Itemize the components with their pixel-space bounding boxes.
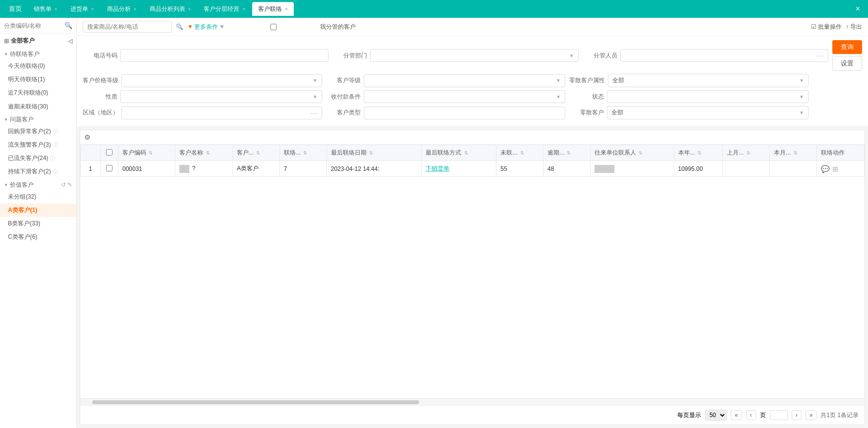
filter-retail-customer-select[interactable]: 全部 ▼ — [607, 106, 809, 119]
content-area: 🔍 ▼ 更多条件 ▼ 我分管的客户 ☑ 批量操作 ↑ 导出 — [77, 18, 868, 428]
col-this-month[interactable]: 本月... ⇅ — [770, 145, 817, 161]
action-message-icon[interactable]: 💬 — [821, 165, 829, 173]
horizontal-scrollbar-area — [80, 398, 865, 405]
settings-btn[interactable]: 设置 — [832, 56, 862, 71]
sidebar-group-actions[interactable]: ↺ ✎ — [61, 181, 72, 188]
prev-page-btn[interactable]: ‹ — [746, 410, 756, 420]
my-customer-checkbox-label[interactable]: 我分管的客户 — [229, 23, 356, 31]
more-filter-btn[interactable]: ▼ 更多条件 ▼ — [187, 23, 225, 31]
collapse-sidebar-icon[interactable]: ◁ — [68, 38, 72, 45]
sidebar-item-unclassified[interactable]: 未分组(32) — [0, 190, 76, 204]
col-no-contact[interactable]: 未联... ⇅ — [496, 145, 543, 161]
table-settings-icon[interactable]: ⚙ — [84, 133, 91, 141]
status-arrow: ▼ — [799, 94, 804, 100]
close-tab-analysis-list[interactable]: × — [188, 6, 191, 12]
filter-retail-attr-select[interactable]: 全部 ▼ — [608, 74, 809, 87]
nav-tab-purchase[interactable]: 进货单 × — [64, 2, 100, 16]
col-last-month[interactable]: 上月... ⇅ — [723, 145, 770, 161]
filter-row-2: 客户价格等级 ▼ 客户等级 ▼ 零散客户属性 全部 — [83, 74, 862, 87]
sidebar-item-7day-contact[interactable]: 近7天待联络(0) — [0, 86, 76, 100]
sidebar-all-customers[interactable]: ⊞ 全部客户 ◁ — [0, 34, 76, 48]
nav-home[interactable]: 首页 — [4, 2, 27, 15]
nav-tab-analysis[interactable]: 商品分析 × — [101, 2, 143, 16]
bulk-op-btn[interactable]: ☑ 批量操作 — [811, 23, 842, 31]
sort-icon-type: ⇅ — [256, 151, 260, 156]
filter-manager-select[interactable]: ··· — [620, 49, 828, 62]
col-overdue[interactable]: 逾期... ⇅ — [543, 145, 591, 161]
action-qr-icon[interactable]: ⊞ — [832, 165, 838, 173]
query-btn[interactable]: 查询 — [832, 40, 862, 54]
col-type[interactable]: 客户... ⇅ — [232, 145, 279, 161]
table-row: 1 000031 ? A类客户 7 2023-04-12 14:44 — [81, 161, 865, 177]
col-code[interactable]: 客户编码 ⇅ — [118, 145, 175, 161]
export-btn[interactable]: ↑ 导出 — [846, 23, 862, 31]
filter-dept-select[interactable]: ▼ — [370, 49, 578, 62]
row-last-method: 下销货单 — [422, 161, 496, 177]
filter-region: 区域（地区） ··· — [83, 107, 322, 119]
sort-icon-unit-contact: ⇅ — [639, 151, 643, 156]
col-contacts[interactable]: 联络... ⇅ — [279, 145, 326, 161]
row-last-method-link[interactable]: 下销货单 — [426, 165, 449, 172]
sort-icon-code: ⇅ — [149, 151, 153, 156]
close-all-tabs[interactable]: × — [852, 4, 864, 13]
filter-payment-select[interactable]: ▼ — [364, 90, 565, 103]
close-tab-customer-contact[interactable]: × — [285, 6, 288, 12]
row-checkbox[interactable] — [106, 165, 112, 171]
filter-nature-select[interactable]: ▼ — [120, 90, 322, 103]
query-btn-area: 查询 设置 — [832, 40, 862, 71]
my-customer-checkbox[interactable] — [229, 24, 318, 30]
customer-grade-arrow: ▼ — [556, 78, 561, 83]
filter-status-select[interactable]: ▼ — [607, 90, 809, 103]
sidebar-item-class-c[interactable]: C类客户(6) — [0, 230, 76, 244]
sidebar-item-overdue-contact[interactable]: 逾期未联络(30) — [0, 100, 76, 113]
filter-status-label: 状态 — [569, 93, 604, 101]
table-scroll[interactable]: 客户编码 ⇅ 客户名称 ⇅ 客户... ⇅ — [80, 145, 865, 398]
sidebar-item-class-a[interactable]: A类客户(1) — [0, 204, 76, 217]
filter-region-select[interactable]: ··· — [121, 107, 322, 119]
sidebar-search-input[interactable] — [4, 22, 64, 29]
sidebar-item-repurchase-abnormal[interactable]: 回购异常客户(2) ⓘ — [0, 125, 76, 138]
close-tab-sales[interactable]: × — [54, 6, 57, 12]
filter-customer-grade-select[interactable]: ▼ — [364, 74, 565, 87]
col-last-method[interactable]: 最后联络方式 ⇅ — [422, 145, 496, 161]
page-input[interactable]: 1 — [770, 410, 788, 420]
close-tab-customer-segment[interactable]: × — [242, 6, 245, 12]
sort-icon-overdue: ⇅ — [567, 151, 571, 156]
filter-customer-type-input[interactable] — [364, 107, 565, 119]
info-icon-1: ⓘ — [53, 127, 58, 135]
sidebar-item-today-contact[interactable]: 今天待联络(0) — [0, 59, 76, 73]
col-last-date[interactable]: 最后联络日期 ⇅ — [326, 145, 422, 161]
main-layout: 🔍 ⊞ 全部客户 ◁ ▼ 待联络客户 今天待联络(0) 明天待联络(1) 近7天… — [0, 18, 868, 428]
sidebar-item-declining[interactable]: 持续下滑客户(2) ⓘ — [0, 165, 76, 178]
sidebar-group-problem: ▼ 问题客户 — [0, 113, 76, 125]
close-tab-analysis[interactable]: × — [134, 6, 137, 12]
sidebar-item-churned[interactable]: 已流失客户(24) ⓘ — [0, 152, 76, 165]
sidebar-item-class-b[interactable]: B类客户(33) — [0, 217, 76, 230]
filter-price-grade-select[interactable]: ▼ — [121, 74, 322, 87]
per-page-select[interactable]: 50 — [705, 410, 727, 421]
next-page-btn[interactable]: › — [792, 410, 802, 420]
filter-payment: 收付款条件 ▼ — [326, 90, 565, 103]
last-page-btn[interactable]: » — [806, 410, 817, 420]
filter-phone-input[interactable] — [120, 49, 328, 62]
triangle-icon3: ▼ — [4, 183, 8, 187]
nav-tab-sales[interactable]: 销售单 × — [28, 2, 63, 16]
filter-actions: ☑ 批量操作 ↑ 导出 — [811, 23, 862, 31]
sidebar-item-tomorrow-contact[interactable]: 明天待联络(1) — [0, 73, 76, 86]
nav-tab-customer-contact[interactable]: 客户联络 × — [252, 2, 294, 16]
select-all-checkbox[interactable] — [106, 149, 112, 156]
data-table: 客户编码 ⇅ 客户名称 ⇅ 客户... ⇅ — [80, 145, 865, 177]
search-icon[interactable]: 🔍 — [176, 23, 183, 30]
sidebar-item-churn-warning[interactable]: 流失预警客户(3) ⓘ — [0, 138, 76, 152]
col-name[interactable]: 客户名称 ⇅ — [175, 145, 232, 161]
info-icon-2: ⓘ — [53, 141, 58, 149]
nav-tab-analysis-list[interactable]: 商品分析列表 × — [144, 2, 197, 16]
col-this-year[interactable]: 本年... ⇅ — [674, 145, 723, 161]
nav-tab-customer-segment[interactable]: 客户分层经营 × — [198, 2, 251, 16]
col-unit-contact[interactable]: 往来单位联系人 ⇅ — [590, 145, 674, 161]
horizontal-scrollbar[interactable] — [92, 400, 419, 404]
first-page-btn[interactable]: « — [731, 410, 742, 420]
close-tab-purchase[interactable]: × — [91, 6, 94, 12]
search-input[interactable] — [83, 21, 172, 33]
sidebar-search-icon[interactable]: 🔍 — [64, 22, 72, 29]
